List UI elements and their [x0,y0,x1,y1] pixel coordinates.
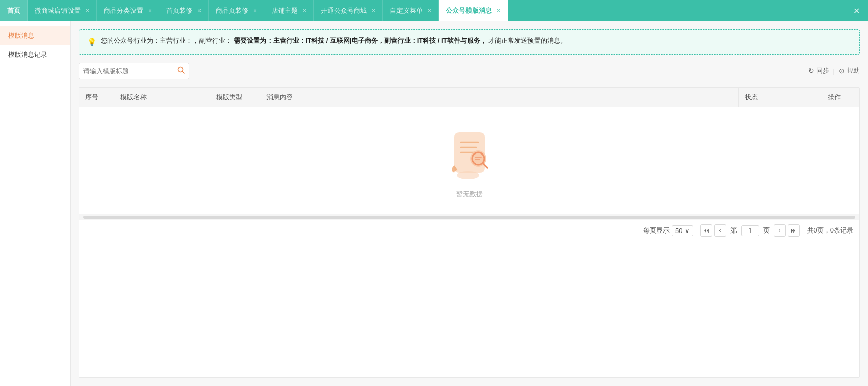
notice-highlight: 需要设置为：主营行业：IT科技 / 互联网|电子商务，副营行业：IT科技 / I… [234,37,487,44]
th-content: 消息内容 [260,88,739,107]
empty-illustration [442,127,497,183]
prev-page-button[interactable]: ‹ [714,224,726,237]
tab-shop-settings-label: 微商城店铺设置 [35,6,81,15]
sync-label: 同步 [816,66,829,75]
search-input[interactable] [83,67,177,75]
data-table: 序号 模版名称 模版类型 消息内容 状态 操作 [79,87,860,378]
th-type: 模版类型 [210,88,260,107]
sidebar-item-template-message-label: 模版消息 [8,32,34,39]
notice-box: 💡 您的公众号行业为：主营行业：，副营行业： 需要设置为：主营行业：IT科技 /… [79,29,860,55]
tab-product-decor-label: 商品页装修 [216,6,248,15]
scrollbar-track[interactable] [83,216,855,219]
page-size-label: 每页显示 [643,226,670,235]
page-di-label: 第 [730,226,737,235]
page-number-input[interactable] [741,225,759,236]
tab-template-msg[interactable]: 公众号模版消息 × [439,0,508,21]
notice-prefix: 您的公众号行业为：主营行业：，副营行业： [101,37,232,44]
notice-bulb-icon: 💡 [87,36,97,48]
toolbar: ↻ 同步 | ⊙ 帮助 [79,61,860,81]
th-action: 操作 [809,88,859,107]
help-label: 帮助 [847,66,860,75]
th-seq: 序号 [79,88,114,107]
close-shop-settings-icon[interactable]: × [86,7,89,14]
notice-suffix: 才能正常发送预置的消息。 [488,37,567,44]
scrollbar-row[interactable] [79,214,859,220]
close-shop-theme-icon[interactable]: × [303,7,306,14]
main-content: 💡 您的公众号行业为：主营行业：，副营行业： 需要设置为：主营行业：IT科技 /… [71,21,868,386]
tab-home-decor-label: 首页装修 [166,6,192,15]
page-size-dropdown[interactable]: 50 ∨ [672,225,693,236]
toolbar-divider: | [833,67,835,75]
close-home-decor-icon[interactable]: × [197,7,201,14]
sidebar-item-template-message[interactable]: 模版消息 [0,26,70,45]
th-status: 状态 [739,88,809,107]
tab-open-mall-label: 开通公众号商城 [321,6,367,15]
empty-text: 暂无数据 [456,190,483,199]
first-page-button[interactable]: ⏮ [700,224,712,237]
page-size-select: 每页显示 50 ∨ [643,225,693,236]
tab-custom-menu-label: 自定义菜单 [390,6,423,15]
pagination: 每页显示 50 ∨ ⏮ ‹ 第 页 › ⏭ 共0页，0条记录 [79,220,859,241]
sidebar: 模版消息 模版消息记录 [0,21,71,386]
last-page-button[interactable]: ⏭ [788,224,800,237]
page-total: 共0页，0条记录 [807,226,853,235]
table-header: 序号 模版名称 模版类型 消息内容 状态 操作 [79,88,859,107]
tab-template-msg-label: 公众号模版消息 [446,6,492,15]
close-product-decor-icon[interactable]: × [253,7,257,14]
help-button[interactable]: ⊙ 帮助 [839,66,860,75]
tab-shop-settings[interactable]: 微商城店铺设置 × [28,0,97,21]
sidebar-item-template-message-record-label: 模版消息记录 [8,51,47,58]
sidebar-item-template-message-record[interactable]: 模版消息记录 [0,45,70,64]
page-navigation: ⏮ ‹ 第 页 › ⏭ [700,224,800,237]
global-close-button[interactable]: ✕ [845,6,868,16]
top-navigation: 首页 微商城店铺设置 × 商品分类设置 × 首页装修 × 商品页装修 × 店铺主… [0,0,868,21]
close-template-msg-icon[interactable]: × [497,7,500,14]
tab-home[interactable]: 首页 [0,0,28,21]
chevron-down-icon: ∨ [685,227,690,235]
main-layout: 模版消息 模版消息记录 💡 您的公众号行业为：主营行业：，副营行业： 需要设置为… [0,21,868,386]
tab-shop-theme-label: 店铺主题 [272,6,298,15]
sync-icon: ↻ [808,67,814,75]
tab-category-settings-label: 商品分类设置 [104,6,143,15]
search-wrap[interactable] [79,63,189,79]
close-category-settings-icon[interactable]: × [148,7,152,14]
tab-product-decor[interactable]: 商品页装修 × [209,0,264,21]
empty-state: 暂无数据 [79,107,859,214]
next-page-button[interactable]: › [774,224,786,237]
tab-home-decor[interactable]: 首页装修 × [159,0,209,21]
tab-category-settings[interactable]: 商品分类设置 × [97,0,159,21]
tab-open-mall[interactable]: 开通公众号商城 × [314,0,383,21]
help-circle-icon: ⊙ [839,67,845,75]
tab-custom-menu[interactable]: 自定义菜单 × [383,0,439,21]
search-button[interactable] [177,66,185,75]
tab-home-label: 首页 [7,6,20,15]
toolbar-right: ↻ 同步 | ⊙ 帮助 [808,66,860,75]
sync-button[interactable]: ↻ 同步 [808,66,829,75]
close-custom-menu-icon[interactable]: × [428,7,431,14]
notice-text: 您的公众号行业为：主营行业：，副营行业： 需要设置为：主营行业：IT科技 / 互… [101,36,567,46]
page-size-value: 50 [675,227,682,235]
tab-shop-theme[interactable]: 店铺主题 × [264,0,314,21]
svg-line-1 [183,72,185,74]
close-open-mall-icon[interactable]: × [372,7,375,14]
page-unit-label: 页 [763,226,770,235]
th-name: 模版名称 [114,88,210,107]
